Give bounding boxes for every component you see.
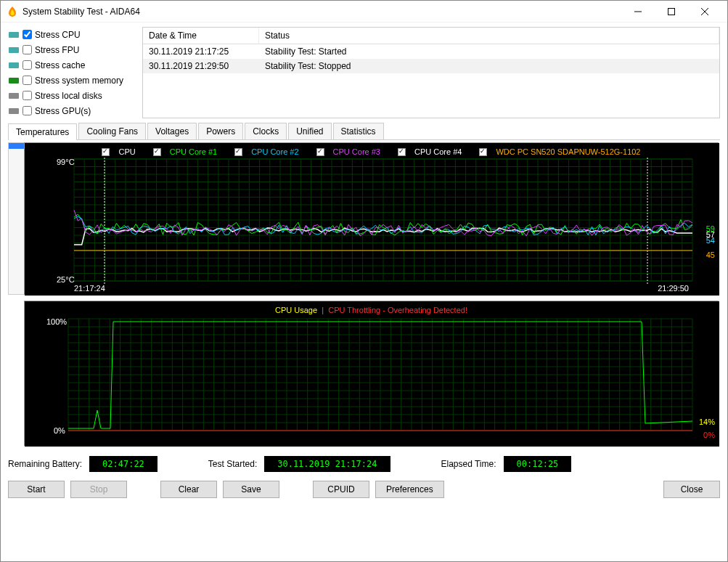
stress-checkbox-0[interactable]: [23, 30, 32, 39]
legend-item[interactable]: CPU Core #2: [230, 147, 303, 156]
svg-rect-10: [25, 143, 719, 296]
legend-item[interactable]: CPU Core #3: [312, 147, 385, 156]
log-row[interactable]: 30.11.2019 21:29:50Stability Test: Stopp…: [143, 59, 719, 73]
save-button[interactable]: Save: [223, 481, 279, 498]
chart1-ymax: 99°C: [57, 158, 75, 166]
tab-clocks[interactable]: Clocks: [245, 123, 287, 139]
chart1-xstart: 21:17:24: [74, 284, 105, 293]
svg-rect-6: [9, 62, 19, 68]
started-label: Test Started:: [208, 459, 257, 469]
titlebar: System Stability Test - AIDA64: [1, 1, 727, 23]
close-button-bottom[interactable]: Close: [663, 481, 720, 498]
chart1-value-label: 45: [706, 251, 715, 259]
stress-checkbox-5[interactable]: [23, 106, 32, 115]
log-row[interactable]: 30.11.2019 21:17:25Stability Test: Start…: [143, 44, 719, 59]
stress-option-2: Stress cache: [8, 57, 135, 73]
tab-temperatures[interactable]: Temperatures: [8, 123, 77, 140]
fpu-icon: [8, 44, 20, 56]
stress-option-3: Stress system memory: [8, 73, 135, 88]
tab-voltages[interactable]: Voltages: [147, 123, 197, 139]
battery-label: Remaining Battery:: [8, 459, 82, 469]
preferences-button[interactable]: Preferences: [375, 481, 444, 498]
chart-side-gutter[interactable]: [8, 142, 24, 295]
clear-button[interactable]: Clear: [160, 481, 217, 498]
minimize-button[interactable]: [621, 1, 655, 23]
stress-option-5: Stress GPU(s): [8, 103, 135, 118]
svg-rect-5: [9, 47, 19, 53]
svg-rect-7: [9, 78, 19, 84]
stress-checkbox-3[interactable]: [23, 76, 32, 85]
cpu-usage-label: CPU Usage: [275, 306, 317, 314]
stress-label-0: Stress CPU: [35, 30, 81, 40]
chart2-value-label: 0%: [703, 431, 715, 439]
stress-checkbox-2[interactable]: [23, 60, 32, 70]
gpu-icon: [8, 105, 20, 117]
stress-option-0: Stress CPU: [8, 27, 135, 42]
button-row: Start Stop Clear Save CPUID Preferences …: [8, 481, 720, 498]
chart2-ymin: 0%: [54, 426, 65, 435]
chart1-value-label: 54: [706, 236, 715, 245]
maximize-button[interactable]: [655, 1, 688, 23]
cpu-icon: [8, 29, 20, 41]
cpu-throttle-label: CPU Throttling - Overheating Detected!: [328, 306, 467, 314]
cache-icon: [8, 60, 20, 71]
elapsed-value: 00:12:25: [504, 456, 572, 472]
cpuid-button[interactable]: CPUID: [313, 481, 369, 498]
chart2-ymax: 100%: [46, 317, 67, 326]
legend-item[interactable]: CPU: [97, 147, 139, 156]
svg-rect-94: [25, 301, 719, 447]
log-col-date[interactable]: Date & Time: [143, 28, 259, 44]
stress-label-3: Stress system memory: [35, 76, 123, 86]
legend-item[interactable]: CPU Core #4: [393, 147, 466, 156]
chart2-legend: CPU Usage | CPU Throttling - Overheating…: [25, 306, 718, 314]
svg-rect-9: [9, 108, 19, 114]
tab-statistics[interactable]: Statistics: [333, 123, 384, 139]
stress-label-1: Stress FPU: [35, 45, 79, 55]
mem-icon: [8, 75, 20, 86]
stress-label-2: Stress cache: [35, 60, 85, 70]
svg-rect-1: [668, 8, 675, 15]
cpu-usage-chart: CPU Usage | CPU Throttling - Overheating…: [24, 301, 719, 446]
temperature-chart: CPUCPU Core #1CPU Core #2CPU Core #3CPU …: [24, 142, 719, 295]
tab-unified[interactable]: Unified: [288, 123, 331, 139]
battery-value: 02:47:22: [89, 456, 158, 472]
elapsed-label: Elapsed Time:: [441, 459, 496, 469]
chart1-ymin: 25°C: [57, 275, 75, 284]
app-icon: [7, 6, 18, 17]
svg-rect-4: [9, 32, 19, 38]
tab-bar: TemperaturesCooling FansVoltagesPowersCl…: [8, 123, 720, 140]
stop-button[interactable]: Stop: [70, 481, 127, 498]
tab-cooling-fans[interactable]: Cooling Fans: [78, 123, 146, 139]
started-value: 30.11.2019 21:17:24: [264, 456, 390, 472]
stress-option-1: Stress FPU: [8, 42, 135, 57]
start-button[interactable]: Start: [8, 481, 65, 498]
stress-label-4: Stress local disks: [35, 91, 102, 101]
stress-checkbox-4[interactable]: [23, 91, 32, 100]
window-title: System Stability Test - AIDA64: [23, 7, 621, 17]
chart-legend: CPUCPU Core #1CPU Core #2CPU Core #3CPU …: [25, 147, 718, 156]
tab-powers[interactable]: Powers: [198, 123, 243, 139]
stress-label-5: Stress GPU(s): [35, 106, 91, 116]
status-row: Remaining Battery: 02:47:22 Test Started…: [8, 456, 720, 472]
chart1-xend: 21:29:50: [658, 284, 689, 293]
close-button[interactable]: [688, 1, 721, 23]
stress-checkbox-1[interactable]: [23, 45, 32, 54]
legend-item[interactable]: WDC PC SN520 SDAPNUW-512G-1102: [475, 147, 645, 156]
svg-rect-8: [9, 93, 19, 99]
stress-options-panel: Stress CPU Stress FPU Stress cache Stres…: [8, 27, 135, 118]
legend-item[interactable]: CPU Core #1: [149, 147, 221, 156]
event-log: Date & Time Status 30.11.2019 21:17:25St…: [142, 27, 720, 118]
chart2-value-label: 14%: [699, 418, 715, 426]
log-col-status[interactable]: Status: [259, 28, 719, 44]
disk-icon: [8, 90, 20, 102]
stress-option-4: Stress local disks: [8, 88, 135, 103]
